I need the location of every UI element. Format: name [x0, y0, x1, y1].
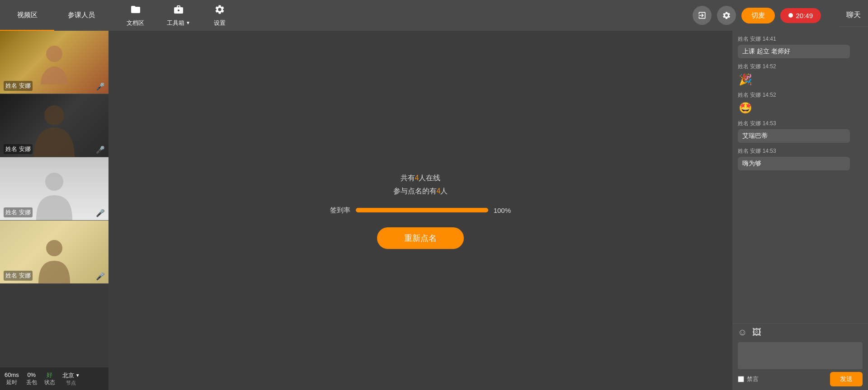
left-panel: 姓名 安娜 🎤 姓名 安娜 🎤 姓名 安娜 🎤: [0, 31, 108, 390]
chat-message-row: 姓名 安娜 14:52 🎉: [738, 63, 863, 87]
dropdown-arrow-icon: ▼: [186, 20, 190, 25]
video-name-3: 姓名 安娜: [4, 207, 33, 217]
right-panel: 姓名 安娜 14:41 上课 起立 老师好 姓名 安娜 14:52 🎉 姓名 安…: [732, 31, 868, 390]
roll-call-progress-row: 签到率 100%: [330, 206, 511, 215]
settings-icon-btn[interactable]: [717, 6, 736, 25]
video-item: 姓名 安娜 🎤: [0, 221, 108, 284]
video-item: 姓名 安娜 🎤: [0, 31, 108, 94]
progress-bar: [356, 208, 488, 212]
exit-btn[interactable]: [693, 6, 712, 25]
mute-checkbox-row[interactable]: 禁言: [738, 375, 759, 383]
chat-message-row: 姓名 安娜 14:52 🤩: [738, 91, 863, 115]
chat-header: 聊天: [839, 4, 868, 27]
chat-bottom-row: 禁言 发送: [738, 372, 863, 386]
emoji-button[interactable]: ☺: [738, 327, 747, 338]
video-name-1: 姓名 安娜: [4, 81, 33, 91]
svg-point-2: [45, 173, 63, 191]
toolbar-toolbox[interactable]: 工具箱 ▼: [158, 0, 199, 31]
mic-icon-4: 🎤: [96, 272, 105, 281]
mute-checkbox[interactable]: [738, 376, 744, 382]
toolbar-settings[interactable]: 设置: [204, 0, 236, 31]
top-right-controls: 切麦 20:49: [693, 6, 830, 25]
status-quality: 好 状态: [44, 371, 55, 386]
image-button[interactable]: 🖼: [752, 327, 761, 338]
video-list: 姓名 安娜 🎤 姓名 安娜 🎤 姓名 安娜 🎤: [0, 31, 108, 367]
svg-point-3: [46, 240, 62, 256]
svg-point-1: [44, 105, 64, 125]
chat-message-row: 姓名 安娜 14:53 艾瑞巴蒂: [738, 120, 863, 143]
record-button[interactable]: 20:49: [780, 8, 821, 23]
chat-input[interactable]: [738, 342, 863, 369]
svg-point-0: [46, 46, 62, 62]
center-area: 共有4人在线 参与点名的有4人 签到率 100% 重新点名: [108, 31, 732, 390]
roll-call-panel: 共有4人在线 参与点名的有4人 签到率 100% 重新点名: [330, 172, 511, 249]
mic-icon-2: 🎤: [96, 146, 105, 154]
roll-call-stats: 共有4人在线 参与点名的有4人: [393, 172, 448, 198]
mute-button[interactable]: 切麦: [741, 8, 775, 23]
folder-icon: [130, 4, 141, 18]
status-delay: 60ms 延时: [5, 371, 19, 386]
chat-messages: 姓名 安娜 14:41 上课 起立 老师好 姓名 安娜 14:52 🎉 姓名 安…: [732, 31, 868, 323]
tab-participants[interactable]: 参课人员: [54, 0, 108, 31]
progress-bar-fill: [356, 208, 488, 212]
tab-video[interactable]: 视频区: [0, 0, 54, 31]
video-item: 姓名 安娜 🎤: [0, 157, 108, 221]
gear-icon: [214, 4, 225, 18]
video-name-4: 姓名 安娜: [4, 271, 33, 281]
mic-icon-1: 🎤: [96, 82, 105, 91]
chat-footer: ☺ 🖼 禁言 发送: [732, 323, 868, 390]
chevron-down-icon: ▼: [75, 373, 80, 378]
chat-message-row: 姓名 安娜 14:53 嗨为够: [738, 147, 863, 170]
reroll-button[interactable]: 重新点名: [377, 227, 464, 249]
status-loss: 0% 丢包: [26, 371, 37, 386]
video-item: 姓名 安娜 🎤: [0, 94, 108, 157]
toolbar-docs[interactable]: 文档区: [118, 0, 153, 31]
toolbox-icon: [173, 4, 184, 18]
video-name-2: 姓名 安娜: [4, 144, 33, 154]
chat-toolbar: ☺ 🖼: [738, 327, 863, 339]
status-node[interactable]: 北京 ▼ 节点: [62, 371, 80, 386]
status-bar: 60ms 延时 0% 丢包 好 状态 北京 ▼ 节点: [0, 367, 108, 390]
main-toolbar: 文档区 工具箱 ▼ 设置: [108, 0, 839, 31]
chat-message-row: 姓名 安娜 14:41 上课 起立 老师好: [738, 35, 863, 58]
send-button[interactable]: 发送: [830, 372, 863, 386]
record-dot-icon: [788, 13, 793, 18]
mic-icon-3: 🎤: [96, 209, 105, 217]
